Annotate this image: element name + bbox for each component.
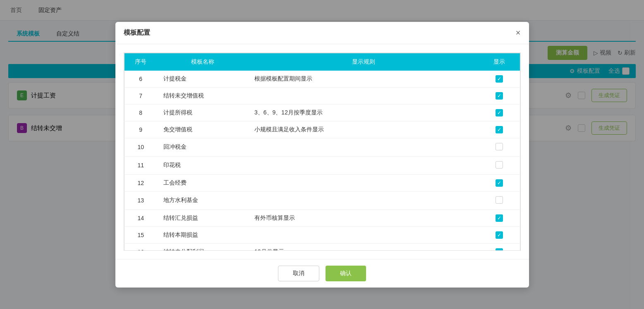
cell-name: 印花税 <box>157 156 248 174</box>
checkbox-unchecked[interactable] <box>496 196 503 204</box>
table-scroll-container[interactable]: 序号 模板名称 显示规则 显示 6计提税金根据模板配置期间显示✓7结转未交增值税… <box>124 52 521 251</box>
checkbox-checked[interactable]: ✓ <box>496 248 503 251</box>
cell-rule: 根据模板配置期间显示 <box>248 71 479 88</box>
checkbox-checked[interactable]: ✓ <box>496 75 503 83</box>
cell-rule <box>248 191 479 209</box>
cell-checkbox: ✓ <box>479 243 520 251</box>
col-header-name: 模板名称 <box>157 53 248 71</box>
cell-rule: 3、6、9、12月按季度显示 <box>248 104 479 121</box>
table-header: 序号 模板名称 显示规则 显示 <box>124 53 520 71</box>
cell-checkbox: ✓ <box>479 121 520 138</box>
modal-title: 模板配置 <box>124 29 150 37</box>
checkbox-checked[interactable]: ✓ <box>496 92 503 100</box>
cell-seq: 8 <box>124 104 157 121</box>
cell-checkbox: ✓ <box>479 104 520 121</box>
table-row: 15结转本期损益✓ <box>124 226 520 243</box>
cell-name: 回冲税金 <box>157 138 248 156</box>
cell-name: 结转本期损益 <box>157 226 248 243</box>
modal-body: 序号 模板名称 显示规则 显示 6计提税金根据模板配置期间显示✓7结转未交增值税… <box>115 44 529 259</box>
cell-rule <box>248 156 479 174</box>
cell-name: 计提税金 <box>157 71 248 88</box>
modal-close-button[interactable]: × <box>516 29 521 37</box>
cell-checkbox: ✓ <box>479 174 520 191</box>
col-header-seq: 序号 <box>124 53 157 71</box>
cell-name: 工会经费 <box>157 174 248 191</box>
cell-seq: 7 <box>124 87 157 104</box>
table-row: 6计提税金根据模板配置期间显示✓ <box>124 71 520 88</box>
config-table: 序号 模板名称 显示规则 显示 6计提税金根据模板配置期间显示✓7结转未交增值税… <box>124 53 520 251</box>
cell-checkbox <box>479 138 520 156</box>
cell-checkbox: ✓ <box>479 71 520 88</box>
cell-rule <box>248 138 479 156</box>
checkbox-checked[interactable]: ✓ <box>496 109 503 116</box>
col-header-display: 显示 <box>479 53 520 71</box>
checkbox-unchecked[interactable] <box>496 143 503 150</box>
cell-name: 地方水利基金 <box>157 191 248 209</box>
modal-overlay: 模板配置 × 序号 模板名称 显示规则 显示 6计提税金根据模板配置期间显 <box>0 0 644 309</box>
cell-seq: 9 <box>124 121 157 138</box>
table-row: 7结转未交增值税✓ <box>124 87 520 104</box>
checkbox-unchecked[interactable] <box>496 161 503 169</box>
table-row: 11印花税 <box>124 156 520 174</box>
checkbox-checked[interactable]: ✓ <box>496 179 503 187</box>
cell-seq: 12 <box>124 174 157 191</box>
cell-seq: 11 <box>124 156 157 174</box>
cell-name: 免交增值税 <box>157 121 248 138</box>
cell-name: 结转未分配利润 <box>157 243 248 251</box>
table-row: 9免交增值税小规模且满足收入条件显示✓ <box>124 121 520 138</box>
table-row: 12工会经费✓ <box>124 174 520 191</box>
cell-checkbox <box>479 156 520 174</box>
cell-seq: 6 <box>124 71 157 88</box>
checkbox-checked[interactable]: ✓ <box>496 214 503 222</box>
checkbox-checked[interactable]: ✓ <box>496 126 503 133</box>
cell-rule <box>248 226 479 243</box>
modal-header: 模板配置 × <box>115 22 529 44</box>
modal-footer: 取消 确认 <box>115 259 529 288</box>
cell-checkbox: ✓ <box>479 209 520 226</box>
cell-seq: 15 <box>124 226 157 243</box>
cancel-button[interactable]: 取消 <box>278 266 319 281</box>
cell-seq: 10 <box>124 138 157 156</box>
cell-checkbox <box>479 191 520 209</box>
table-body: 6计提税金根据模板配置期间显示✓7结转未交增值税✓8计提所得税3、6、9、12月… <box>124 71 520 251</box>
cell-name: 计提所得税 <box>157 104 248 121</box>
confirm-button[interactable]: 确认 <box>326 266 366 281</box>
table-row: 10回冲税金 <box>124 138 520 156</box>
modal-template-config: 模板配置 × 序号 模板名称 显示规则 显示 6计提税金根据模板配置期间显 <box>115 22 529 288</box>
table-row: 8计提所得税3、6、9、12月按季度显示✓ <box>124 104 520 121</box>
cell-rule: 12月份显示 <box>248 243 479 251</box>
cell-rule: 小规模且满足收入条件显示 <box>248 121 479 138</box>
table-row: 14结转汇兑损益有外币核算显示✓ <box>124 209 520 226</box>
cell-seq: 13 <box>124 191 157 209</box>
cell-name: 结转未交增值税 <box>157 87 248 104</box>
col-header-rule: 显示规则 <box>248 53 479 71</box>
table-row: 16结转未分配利润12月份显示✓ <box>124 243 520 251</box>
cell-name: 结转汇兑损益 <box>157 209 248 226</box>
cell-rule <box>248 87 479 104</box>
cell-rule <box>248 174 479 191</box>
checkbox-checked[interactable]: ✓ <box>496 231 503 239</box>
table-row: 13地方水利基金 <box>124 191 520 209</box>
cell-rule: 有外币核算显示 <box>248 209 479 226</box>
cell-checkbox: ✓ <box>479 226 520 243</box>
cell-seq: 14 <box>124 209 157 226</box>
cell-checkbox: ✓ <box>479 87 520 104</box>
cell-seq: 16 <box>124 243 157 251</box>
